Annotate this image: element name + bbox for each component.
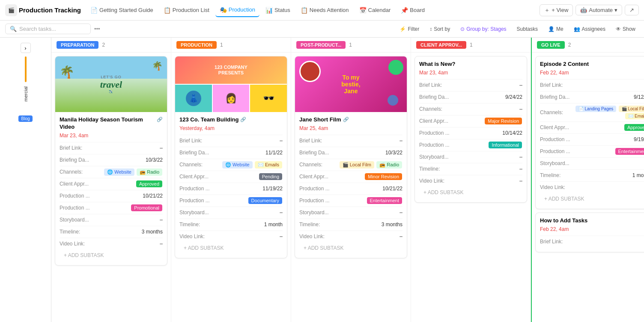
subtasks-button[interactable]: Subtasks	[513, 24, 541, 34]
storyboard-e2: Storyboard... –	[540, 157, 644, 169]
channels-j: Channels: 🎬 Local Film 📻 Radio	[299, 159, 402, 171]
view-label: + View	[552, 7, 568, 13]
timeline-field-c: Timeline: 1 month	[179, 219, 283, 230]
search-icon: 🔍	[10, 26, 17, 32]
preparation-count: 2	[102, 42, 105, 48]
brief-link-field: Brief Link: –	[60, 142, 163, 154]
add-subtask-e2-button[interactable]: + ADD SUBTASK	[540, 193, 644, 204]
channels-field-c: Channels: 🌐 Website ✉️ Emails	[179, 159, 283, 171]
briefing-date-field: Briefing Da... 10/3/22	[60, 154, 163, 166]
automate-label: Automate	[589, 7, 613, 13]
production-type-e2: Production ... Entertainment	[540, 145, 644, 157]
post-production-body: To mybestie,Jane Jane Short Film 🔗 Mar 2…	[291, 53, 411, 322]
video-link-field-c: Video Link: –	[179, 230, 283, 242]
informational-tag: Informational	[489, 142, 522, 148]
toolbar-right: ⚡ Filter ↕ Sort by ⊙ Group by: Stages Su…	[396, 24, 639, 34]
share-icon: ↗	[629, 7, 634, 13]
add-subtask-j-button[interactable]: + ADD SUBTASK	[299, 242, 402, 254]
card-whatnew: What is New? Mar 23, 4am Brief Link: – B…	[414, 56, 527, 203]
jane-title: Jane Short Film 🔗	[299, 116, 402, 124]
company-sub3: 🕶️	[250, 85, 287, 112]
column-client-approval: CLIENT APPROV... 1 What is New? Mar 23, …	[411, 38, 531, 322]
storyboard-w: Storyboard... –	[419, 151, 522, 163]
client-approval-j: Client Appr... Minor Revision	[299, 171, 402, 183]
manila-title: Manila Holiday Season Tourism Video 🔗	[60, 116, 163, 131]
approved-e2-tag: Approved	[624, 124, 644, 131]
channels-field: Channels: 🌐 Website 📻 Radio	[60, 166, 163, 178]
add-subtask-button[interactable]: + ADD SUBTASK	[60, 250, 163, 261]
sort-button[interactable]: ↕ Sort by	[426, 24, 453, 34]
client-approval-e2: Client Appr... Approved	[540, 121, 644, 133]
storyboard-j: Storyboard... –	[299, 207, 402, 219]
client-approval-badge: CLIENT APPROV...	[416, 41, 466, 49]
briefing-date-e2: Briefing Da... 9/12/22	[540, 91, 644, 103]
go-live-badge: GO LIVE	[537, 41, 565, 49]
palm-left-icon: 🌴	[60, 65, 75, 79]
palm-right-icon: 🌴	[152, 61, 163, 71]
channel-radio-tag: 📻 Radio	[137, 168, 162, 176]
col-header-post: POST-PRODUCT... 1	[291, 38, 411, 53]
tab-status[interactable]: 📊 Status	[261, 3, 295, 17]
app-title: Production Tracking	[19, 6, 81, 14]
column-go-live: GO LIVE 2 Episode 2 Content Feb 22, 4am …	[531, 38, 644, 322]
video-link-e2: Video Link: –	[540, 181, 644, 193]
tab-production-label: Production	[229, 6, 255, 13]
production-date-w: Production ... 10/14/22	[419, 127, 522, 139]
col-header-preparation: PREPARATION 2	[51, 38, 171, 53]
company-sub2: 👩	[213, 85, 250, 112]
toolbar: 🔍 Search tasks... ••• ⚡ Filter ↕ Sort by…	[0, 21, 644, 38]
more-options-icon[interactable]: •••	[94, 26, 100, 32]
tab-board-label: Board	[410, 7, 425, 13]
sidebar-item-commercial[interactable]: mercial	[23, 86, 28, 101]
header-right: ＋ + View 🤖 Automate ▾ ↗	[540, 4, 639, 16]
search-box[interactable]: 🔍 Search tasks...	[5, 24, 91, 34]
add-subtask-c-button[interactable]: + ADD SUBTASK	[179, 242, 283, 254]
brief-link-j: Brief Link: –	[299, 135, 402, 147]
preparation-badge: PREPARATION	[57, 41, 98, 49]
sidebar-item-blog[interactable]: Blog	[18, 115, 32, 122]
board: › mercial Blog PREPARATION 2 🌴 LET'S GO …	[0, 38, 644, 322]
manila-date: Mar 23, 4am	[60, 133, 163, 139]
me-button[interactable]: 👤 Me	[545, 24, 567, 34]
briefing-date-field-c: Briefing Da... 11/1/22	[179, 147, 283, 159]
tab-board[interactable]: 📌 Board	[397, 3, 429, 17]
production-type-field-c: Production ... Documentary	[179, 195, 283, 207]
col-header-production: PRODUCTION 1	[171, 38, 291, 53]
approval-count: 1	[470, 42, 473, 48]
production-date-field-c: Production ... 11/19/22	[179, 183, 283, 195]
documentary-tag: Documentary	[248, 197, 282, 204]
header: 🎬 Production Tracking 📄 Getting Started …	[0, 0, 644, 21]
post-count: 1	[349, 42, 352, 48]
company-card-image: 123 COMPANYPRESENTS 👗 👩 🕶️	[175, 56, 287, 112]
group-label: Group by: Stages	[466, 26, 506, 32]
share-button[interactable]: ↗	[625, 5, 639, 15]
automate-button[interactable]: 🤖 Automate ▾	[575, 5, 622, 15]
group-button[interactable]: ⊙ Group by: Stages	[457, 24, 510, 34]
production-type-j: Production ... Entertainment	[299, 195, 402, 207]
me-label: Me	[556, 26, 564, 32]
whatnew-title: What is New?	[419, 61, 522, 68]
post-production-badge: POST-PRODUCT...	[296, 41, 346, 49]
view-button[interactable]: ＋ + View	[540, 4, 573, 16]
travel-card-image: 🌴 LET'S GO travel ✈️ 🌴	[55, 56, 167, 112]
show-label: Show	[623, 26, 635, 32]
tab-production-list[interactable]: 📋 Production List	[159, 3, 214, 17]
travel-title: travel	[100, 79, 122, 90]
golive-body: Episode 2 Content Feb 22, 4am Brief Link…	[532, 53, 644, 322]
assignees-label: Assignees	[582, 26, 605, 32]
tab-calendar[interactable]: 📅 Calendar	[355, 3, 395, 17]
tab-getting-started[interactable]: 📄 Getting Started Guide	[86, 3, 158, 17]
assignees-button[interactable]: 👥 Assignees	[570, 24, 609, 34]
filter-button[interactable]: ⚡ Filter	[396, 24, 423, 34]
tab-needs-attention[interactable]: 📋 Needs Attention	[296, 3, 353, 17]
production-body: 123 COMPANYPRESENTS 👗 👩 🕶️ 123 Co. Team …	[171, 53, 291, 322]
attention-icon: 📋	[301, 7, 308, 14]
show-button[interactable]: 👁 Show	[612, 24, 639, 34]
expand-button[interactable]: ›	[21, 43, 31, 53]
how-to-add-date: Feb 22, 4am	[540, 226, 644, 232]
production-badge: PRODUCTION	[176, 41, 217, 49]
timeline-e2: Timeline: 1 month	[540, 169, 644, 181]
tab-production[interactable]: 🎭 Production	[215, 3, 259, 17]
link-j-icon: 🔗	[343, 116, 349, 122]
add-subtask-w-button[interactable]: + ADD SUBTASK	[419, 187, 522, 198]
